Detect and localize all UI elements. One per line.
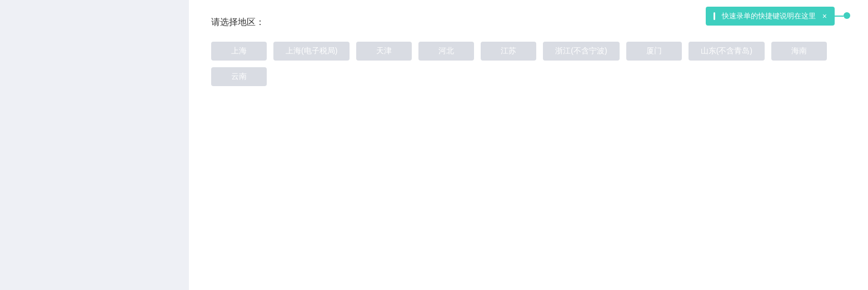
region-button-shanghai-etax[interactable]: 上海(电子税局) xyxy=(273,42,350,61)
region-button-hainan[interactable]: 海南 xyxy=(771,42,827,61)
region-button-hebei[interactable]: 河北 xyxy=(418,42,474,61)
region-button-zhejiang[interactable]: 浙江(不含宁波) xyxy=(543,42,619,61)
tooltip-connector-dot xyxy=(844,12,850,19)
main-content: 请选择地区： 上海上海(电子税局)天津河北江苏浙江(不含宁波)厦门山东(不含青岛… xyxy=(189,0,868,290)
region-button-xiamen[interactable]: 厦门 xyxy=(626,42,682,61)
left-sidebar xyxy=(0,0,189,290)
region-button-shandong[interactable]: 山东(不含青岛) xyxy=(689,42,765,61)
tooltip-close-button[interactable]: × xyxy=(822,12,827,21)
tooltip-banner: 快速录单的快捷键说明在这里 × xyxy=(706,7,835,26)
tooltip-bar xyxy=(714,12,715,20)
region-buttons: 上海上海(电子税局)天津河北江苏浙江(不含宁波)厦门山东(不含青岛)海南云南 xyxy=(211,42,846,86)
region-button-tianjin[interactable]: 天津 xyxy=(356,42,412,61)
tooltip-text: 快速录单的快捷键说明在这里 xyxy=(722,11,816,21)
region-button-jiangsu[interactable]: 江苏 xyxy=(481,42,536,61)
tooltip-connector-line xyxy=(835,16,844,17)
region-button-shanghai[interactable]: 上海 xyxy=(211,42,267,61)
region-button-yunnan[interactable]: 云南 xyxy=(211,67,267,86)
